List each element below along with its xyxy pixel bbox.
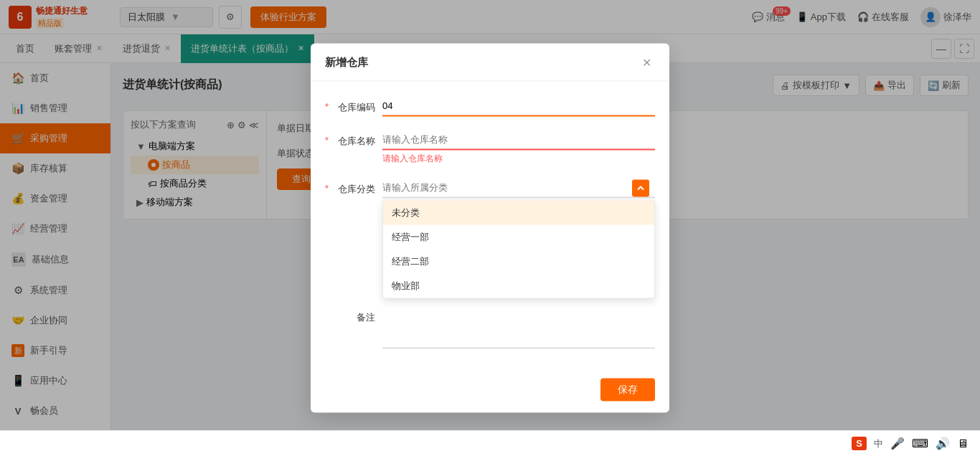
name-label: 仓库名称 [325,130,382,148]
code-input[interactable] [382,96,655,117]
category-select-wrap [382,178,655,199]
bottom-bar: S 中 🎤 ⌨ 🔊 🖥 [0,430,980,456]
form-row-name: 仓库名称 请输入仓库名称 [325,130,655,165]
form-row-category: 仓库分类 未分类 经营一部 [325,178,655,199]
category-dropdown: 未分类 经营一部 经营二部 物业部 [382,200,655,299]
add-warehouse-dialog: 新增仓库 ✕ 仓库编码 仓库名称 请输入仓库名称 仓库分类 [311,44,669,413]
s-logo: S [852,437,867,450]
code-control-wrap [382,96,655,117]
dialog-close-button[interactable]: ✕ [638,54,655,71]
dropdown-item-dept2[interactable]: 经营二部 [383,250,654,274]
dropdown-item-dept1[interactable]: 经营一部 [383,225,654,250]
category-label: 仓库分类 [325,178,382,196]
dropdown-item-uncategorized[interactable]: 未分类 [383,201,654,225]
dialog-save-button[interactable]: 保存 [600,379,655,402]
note-control-wrap [382,306,655,351]
name-control-wrap: 请输入仓库名称 [382,130,655,165]
form-row-code: 仓库编码 [325,96,655,117]
name-error-msg: 请输入仓库名称 [382,153,655,165]
dialog-title: 新增仓库 [325,55,368,69]
dialog-footer: 保存 [311,371,669,413]
chinese-label: 中 [874,437,883,450]
mic-icon[interactable]: 🎤 [890,437,905,450]
dialog-body: 仓库编码 仓库名称 请输入仓库名称 仓库分类 [311,82,669,371]
note-label: 备注 [325,306,382,324]
code-label: 仓库编码 [325,96,382,114]
category-input[interactable] [382,178,655,199]
name-input[interactable] [382,130,655,151]
category-dropdown-arrow[interactable] [632,179,649,196]
form-row-note: 备注 [325,306,655,351]
dialog-header: 新增仓库 ✕ [311,44,669,82]
monitor-icon[interactable]: 🖥 [957,437,969,450]
speaker-bottom-icon[interactable]: 🔊 [936,437,950,450]
keyboard-icon[interactable]: ⌨ [912,437,928,450]
dropdown-item-property[interactable]: 物业部 [383,274,654,298]
note-textarea[interactable] [382,306,655,349]
category-control-wrap: 未分类 经营一部 经营二部 物业部 [382,178,655,199]
